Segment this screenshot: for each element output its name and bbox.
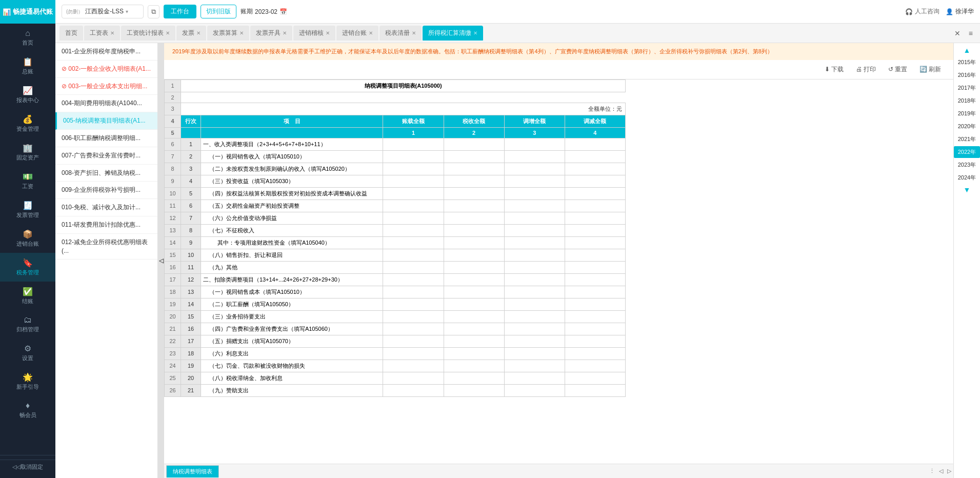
col-f-19[interactable] xyxy=(565,360,625,372)
col-e-2[interactable] xyxy=(504,150,565,163)
col-e-20[interactable] xyxy=(504,372,565,384)
sidebar-item-settings[interactable]: ⚙设置 xyxy=(0,338,55,367)
tab-close-income-tax[interactable]: ✕ xyxy=(473,30,477,36)
col-f-11[interactable] xyxy=(565,261,625,273)
col-label-14[interactable]: （二）职工薪酬（填写A105050） xyxy=(201,298,383,310)
col-label-18[interactable]: （六）利息支出 xyxy=(201,347,383,360)
col-d-12[interactable] xyxy=(444,273,504,286)
tab-close-payroll[interactable]: ✕ xyxy=(110,30,114,36)
col-f-4[interactable] xyxy=(565,175,625,187)
sidebar-item-purchase-ledger[interactable]: 📦进销台账 xyxy=(0,224,55,253)
left-panel-item-tax-adjust[interactable]: 005-纳税调整项目明细表(A1... xyxy=(55,112,157,130)
col-f-9[interactable] xyxy=(565,236,625,249)
col-label-19[interactable]: （七）罚金、罚款和被没收财物的损失 xyxy=(201,360,383,372)
col-label-4[interactable]: （三）投资收益（填写A105030） xyxy=(201,175,383,187)
sidebar-item-payroll[interactable]: 💵工资 xyxy=(0,167,55,195)
col-d-1[interactable] xyxy=(444,138,504,150)
tab-home[interactable]: 首页 xyxy=(59,26,83,41)
left-panel-item-tax-refund[interactable]: 009-企业所得税弥补亏损明... xyxy=(55,182,157,199)
year-item-2024年[interactable]: 2024年 xyxy=(954,172,980,184)
col-e-13[interactable] xyxy=(504,286,565,298)
refresh-button[interactable]: 🔄 刷新 xyxy=(915,63,945,76)
col-f-20[interactable] xyxy=(565,372,625,384)
tab-invoice-calc[interactable]: 发票算算✕ xyxy=(207,26,249,41)
tab-menu-button[interactable]: ≡ xyxy=(966,27,976,39)
left-panel-item-general-cost[interactable]: 003-一般企业成本支出明细... xyxy=(55,78,157,95)
switch-old-button[interactable]: 切到旧版 xyxy=(201,5,236,18)
col-e-19[interactable] xyxy=(504,360,565,372)
col-label-5[interactable]: （四）按权益法核算长期股权投资对初始投资成本调整确认收益 xyxy=(201,187,383,200)
col-c-9[interactable] xyxy=(383,236,444,249)
workbench-button[interactable]: 工作台 xyxy=(164,5,196,18)
year-item-2018年[interactable]: 2018年 xyxy=(954,95,980,107)
col-d-21[interactable] xyxy=(444,384,504,396)
tab-income-tax[interactable]: 所得税汇算清缴✕ xyxy=(423,26,483,41)
col-f-10[interactable] xyxy=(565,249,625,261)
left-panel-collapse[interactable]: ◁ xyxy=(158,43,164,478)
col-label-1[interactable]: 一、收入类调整项目（2+3+4+5+6+7+8+10+11） xyxy=(201,138,383,150)
year-item-2019年[interactable]: 2019年 xyxy=(954,108,980,120)
tab-invoice[interactable]: 发票✕ xyxy=(176,26,206,41)
col-d-6[interactable] xyxy=(444,200,504,212)
col-d-10[interactable] xyxy=(444,249,504,261)
col-d-3[interactable] xyxy=(444,163,504,175)
col-c-8[interactable] xyxy=(383,224,444,236)
col-f-3[interactable] xyxy=(565,163,625,175)
col-e-11[interactable] xyxy=(504,261,565,273)
col-c-4[interactable] xyxy=(383,175,444,187)
col-d-11[interactable] xyxy=(444,261,504,273)
col-c-16[interactable] xyxy=(383,323,444,335)
col-c-10[interactable] xyxy=(383,249,444,261)
col-e-7[interactable] xyxy=(504,212,565,224)
year-item-2017年[interactable]: 2017年 xyxy=(954,82,980,94)
sheet-area[interactable]: 1 纳税调整项目明细表(A105000) 2 3 全额单位：元 xyxy=(164,79,953,464)
sidebar-item-fixed-assets[interactable]: 🏢固定资产 xyxy=(0,138,55,167)
col-e-10[interactable] xyxy=(504,249,565,261)
col-f-14[interactable] xyxy=(565,298,625,310)
reset-button[interactable]: ↺ 重置 xyxy=(884,63,911,76)
sidebar-item-vip[interactable]: ♦畅会员 xyxy=(0,396,55,424)
col-c-14[interactable] xyxy=(383,298,444,310)
tab-close-payroll-stats[interactable]: ✕ xyxy=(166,30,170,36)
col-c-15[interactable] xyxy=(383,310,444,323)
col-label-17[interactable]: （五）捐赠支出（填写A105070） xyxy=(201,335,383,347)
tab-close-purchase-ledger-tab[interactable]: ✕ xyxy=(369,30,373,36)
col-c-17[interactable] xyxy=(383,335,444,347)
left-panel-item-period-expense[interactable]: 004-期间费用明细表(A1040... xyxy=(55,95,157,112)
col-f-17[interactable] xyxy=(565,335,625,347)
col-e-3[interactable] xyxy=(504,163,565,175)
col-e-9[interactable] xyxy=(504,236,565,249)
year-nav-down[interactable]: ▼ xyxy=(963,185,972,195)
left-panel-item-reduce-tax[interactable]: 012-减免企业所得税优惠明细表(... xyxy=(55,234,157,260)
col-label-20[interactable]: （八）税收滞纳金、加收利息 xyxy=(201,372,383,384)
tab-close-purchase-check[interactable]: ✕ xyxy=(326,30,330,36)
col-e-15[interactable] xyxy=(504,310,565,323)
col-c-1[interactable] xyxy=(383,138,444,150)
col-label-9[interactable]: 其中：专项用途财政性资金（填写A105040） xyxy=(201,236,383,249)
tab-tax-clear[interactable]: 税表清册✕ xyxy=(379,26,422,41)
col-d-7[interactable] xyxy=(444,212,504,224)
col-label-12[interactable]: 二、扣除类调整项目（13+14+...24+26+27+28+29+30） xyxy=(201,273,383,286)
tab-payroll[interactable]: 工资表✕ xyxy=(84,26,120,41)
col-label-7[interactable]: （六）公允价值变动净损益 xyxy=(201,212,383,224)
year-item-2016年[interactable]: 2016年 xyxy=(954,69,980,81)
year-item-2020年[interactable]: 2020年 xyxy=(954,121,980,132)
bottom-tab-tax-adjust-sheet[interactable]: 纳税调整明细表 xyxy=(166,465,219,477)
scroll-left-icon[interactable]: ◁ xyxy=(939,468,943,474)
col-d-9[interactable] xyxy=(444,236,504,249)
col-e-14[interactable] xyxy=(504,298,565,310)
year-item-2015年[interactable]: 2015年 xyxy=(954,56,980,68)
col-c-19[interactable] xyxy=(383,360,444,372)
col-d-16[interactable] xyxy=(444,323,504,335)
left-panel-item-asset-deprec[interactable]: 008-资产折旧、摊销及纳税... xyxy=(55,165,157,182)
copy-button[interactable]: ⧉ xyxy=(148,5,159,18)
col-e-4[interactable] xyxy=(504,175,565,187)
tab-close-all-button[interactable]: ✕ xyxy=(951,27,964,39)
col-f-16[interactable] xyxy=(565,323,625,335)
tab-purchase-ledger-tab[interactable]: 进销台账✕ xyxy=(336,26,378,41)
left-panel-item-salary-adjust[interactable]: 006-职工薪酬纳税调整明细... xyxy=(55,130,157,147)
col-e-5[interactable] xyxy=(504,187,565,200)
sidebar-item-invoice-mgmt[interactable]: 🧾发票管理 xyxy=(0,195,55,224)
col-d-19[interactable] xyxy=(444,360,504,372)
col-e-21[interactable] xyxy=(504,384,565,396)
